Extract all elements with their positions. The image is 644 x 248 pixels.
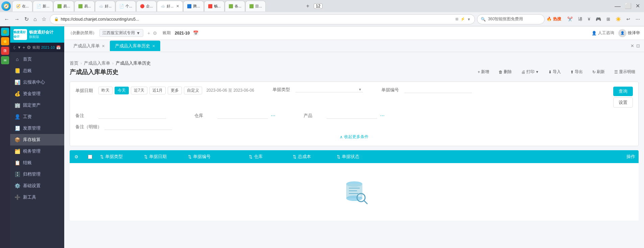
refresh-action-btn[interactable]: ↻ 刷新: [589, 68, 608, 76]
close-window-btn[interactable]: ✕: [634, 3, 641, 10]
bookmark-btn[interactable]: ☆: [40, 15, 48, 24]
sidebar-item-payroll[interactable]: 👤 工资: [10, 111, 64, 122]
columns-btn[interactable]: ☰ 显示明细: [611, 68, 639, 76]
date-btn-1month[interactable]: 近1月: [149, 87, 166, 94]
settings-account-btn[interactable]: ⚙: [153, 30, 157, 36]
date-btn-7days[interactable]: 近7天: [131, 87, 147, 94]
sidebar-item-reports[interactable]: 📊 云报表中心: [10, 76, 64, 88]
breadcrumb-list[interactable]: 产成品入库单: [84, 60, 110, 66]
new-tab-button[interactable]: +: [303, 1, 312, 11]
sidebar-item-archive[interactable]: 🗄️ 归档管理: [10, 168, 64, 180]
tab-zai[interactable]: 🧭 在...: [12, 1, 32, 12]
tab-list-close-icon[interactable]: ✕: [102, 44, 105, 48]
th-status[interactable]: ⇅ 单据状态: [333, 154, 377, 160]
grid-icon[interactable]: ⊞: [455, 17, 458, 21]
tab-list[interactable]: 产成品入库单 ✕: [68, 41, 110, 51]
apps-btn[interactable]: ⊞: [605, 16, 612, 22]
note-filter-input[interactable]: [98, 112, 166, 119]
tab-history-close-icon[interactable]: ✕: [152, 44, 155, 48]
date-btn-today[interactable]: 今天: [115, 87, 129, 94]
sidebar-item-tax[interactable]: 🗂️ 税务管理: [10, 145, 64, 157]
tab-chang[interactable]: 🟥 畅...: [204, 1, 224, 12]
tab-close-icon[interactable]: ✕: [176, 4, 179, 8]
add-company-btn[interactable]: +: [22, 45, 25, 50]
add-btn[interactable]: + 新增: [474, 68, 493, 76]
tab-xin[interactable]: 📄 新...: [33, 1, 53, 12]
th-checkbox[interactable]: [83, 155, 97, 159]
sidebar-item-ledger[interactable]: 📒 总账: [10, 65, 64, 76]
sidebar-item-home[interactable]: ⌂ 首页: [10, 53, 64, 65]
lightning-icon[interactable]: ⚡: [460, 17, 465, 21]
maximize-btn[interactable]: ⬜: [623, 3, 633, 10]
app-icon-weibo[interactable]: 微: [1, 47, 9, 55]
tab-yi1[interactable]: 🟩 易...: [53, 1, 74, 12]
date-btn-custom[interactable]: 自定义: [184, 87, 202, 94]
tab-ge[interactable]: 📄 个...: [116, 1, 136, 12]
tab-yi2[interactable]: 🟩 易...: [74, 1, 95, 12]
game-btn[interactable]: 🎮: [594, 16, 602, 22]
chevron-addr-icon[interactable]: ▼: [467, 17, 471, 21]
warehouse-filter-input[interactable]: [217, 112, 268, 119]
forward-btn[interactable]: →: [13, 15, 21, 24]
collapse-btn[interactable]: ∧ 收起更多条件: [340, 134, 368, 140]
th-settings[interactable]: ⚙: [70, 154, 83, 159]
settings-icon-btn[interactable]: ⋯: [634, 16, 641, 22]
date-btn-more[interactable]: 更多: [168, 87, 182, 94]
app-icon-mail[interactable]: ✉: [1, 56, 9, 64]
tab-mu[interactable]: 🟩 目...: [245, 1, 266, 12]
sidebar-item-funds[interactable]: 💰 资金管理: [10, 88, 64, 99]
panel-close-icon[interactable]: ✕: [630, 43, 634, 48]
th-num[interactable]: ⇅ 单据编号: [185, 154, 245, 160]
refresh-btn[interactable]: ↻: [23, 15, 30, 24]
sidebar-item-invoice[interactable]: 🧾 发票管理: [10, 122, 64, 134]
calendar-top-icon[interactable]: 📅: [193, 30, 198, 36]
select-all-checkbox[interactable]: [88, 155, 92, 159]
tab-history[interactable]: 产成品入库单历史 ✕: [110, 41, 160, 51]
calendar-icon[interactable]: 📅: [56, 45, 61, 50]
sidebar-item-more[interactable]: ➕ 新工具: [10, 191, 64, 203]
dropdown-icon[interactable]: ▼: [18, 45, 21, 49]
delete-btn[interactable]: 🗑 删除: [495, 68, 515, 76]
th-cost[interactable]: ⇅ 总成本: [289, 154, 333, 160]
date-btn-yesterday[interactable]: 昨天: [98, 87, 113, 94]
service-btn[interactable]: 👤 人工咨询: [592, 30, 614, 36]
warehouse-dots-icon[interactable]: ···: [271, 113, 275, 119]
product-filter-input[interactable]: [327, 112, 377, 119]
theme-btn[interactable]: ☀️: [614, 16, 622, 22]
export-btn[interactable]: ⬆ 导出: [567, 68, 586, 76]
query-btn[interactable]: 查询: [613, 87, 633, 96]
sidebar-item-inventory[interactable]: 📦 库存核算: [10, 134, 64, 145]
tab-teng[interactable]: 🟦 腾...: [183, 1, 204, 12]
undo-btn[interactable]: ↩: [625, 16, 631, 22]
tab-qi[interactable]: 🔴 企...: [136, 1, 157, 12]
sidebar-item-fixed[interactable]: 🏢 固定资产: [10, 99, 64, 111]
product-dots-icon[interactable]: ···: [380, 113, 384, 119]
translate-btn[interactable]: 译: [577, 16, 584, 23]
th-date[interactable]: ⇅ 单据日期: [141, 154, 185, 160]
panel-expand-icon[interactable]: ⊡: [636, 43, 640, 48]
app-icon-star[interactable]: ⭐: [1, 37, 9, 45]
settings-company-btn[interactable]: ⚙: [27, 45, 31, 50]
th-warehouse[interactable]: ⇅ 仓库: [245, 154, 289, 160]
th-type[interactable]: ⇅ 单据类型: [97, 154, 141, 160]
tab-hao1[interactable]: ☁️ 好...: [95, 1, 115, 12]
breadcrumb-home[interactable]: 首页: [70, 60, 78, 66]
print-btn[interactable]: 🖨 打印 ▼: [518, 68, 542, 76]
add-account-btn[interactable]: +: [147, 30, 150, 36]
note-detail-input[interactable]: [104, 123, 172, 130]
app-icon-chanjet[interactable]: 🟢: [1, 28, 9, 36]
num-filter-input[interactable]: [404, 87, 472, 93]
sidebar-item-closing[interactable]: 📋 结账: [10, 157, 64, 168]
account-selector[interactable]: 江西服宝测试专用 ▼: [99, 29, 143, 37]
tab-hao-active[interactable]: ☁️ 好... ✕: [157, 1, 183, 12]
home-btn[interactable]: ⌂: [32, 15, 38, 24]
minimize-btn[interactable]: —: [613, 3, 622, 10]
cut-icon-btn[interactable]: ✂️: [566, 16, 574, 22]
import-btn[interactable]: ⬇ 导入: [545, 68, 564, 76]
set-btn[interactable]: 设置: [613, 97, 633, 108]
search-bar[interactable]: 🔍 360智能抠图免费用: [477, 14, 545, 24]
back-btn[interactable]: ←: [3, 15, 11, 24]
tab-ge2[interactable]: 🟩 各...: [225, 1, 245, 12]
type-select[interactable]: ▼: [295, 87, 363, 92]
sidebar-item-settings[interactable]: ⚙️ 基础设置: [10, 180, 64, 191]
